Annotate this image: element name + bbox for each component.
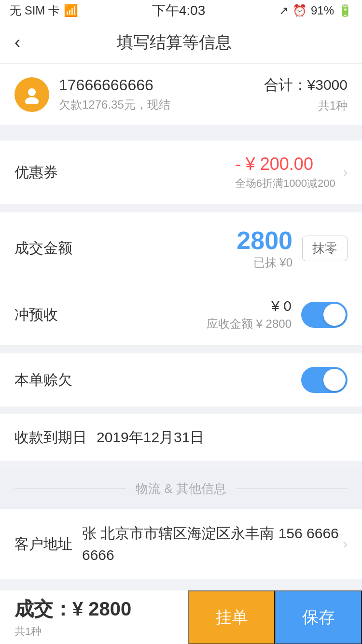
nav-bar: ‹ 填写结算等信息 <box>0 21 362 64</box>
sim-status: 无 SIM 卡 <box>10 3 60 18</box>
due-date-row: 收款到期日 2019年12月31日 <box>0 414 362 461</box>
prepay-amount-area: ¥ 0 应收金额 ¥ 2800 <box>207 298 292 332</box>
section-gap-1 <box>0 133 362 140</box>
footer-deal-value: ¥ 2800 <box>72 598 131 619</box>
due-date-label: 收款到期日 <box>14 428 87 448</box>
customer-left: 17666666666 欠款1276.35元，现结 <box>14 76 170 112</box>
content: 17666666666 欠款1276.35元，现结 合计：¥3000 共1种 优… <box>0 64 362 644</box>
status-left: 无 SIM 卡 📶 <box>10 3 78 18</box>
due-date-value: 2019年12月31日 <box>97 428 204 448</box>
logistics-label: 物流 & 其他信息 <box>136 480 226 497</box>
svg-point-0 <box>28 88 36 96</box>
address-right: 张 北京市市辖区海淀区永丰南 156 6666 6666 › <box>82 522 348 566</box>
coupon-label: 优惠券 <box>14 163 58 182</box>
coupon-right: - ¥ 200.00 全场6折满1000减200 › <box>235 154 348 191</box>
address-value: 张 北京市市辖区海淀区永丰南 156 6666 6666 <box>82 522 339 566</box>
battery-level: 91% <box>311 4 334 17</box>
location-icon: ↗ <box>279 4 289 17</box>
footer-deal-amount: 成交：¥ 2800 <box>14 596 174 622</box>
prepay-row: 冲预收 ¥ 0 应收金额 ¥ 2800 <box>0 284 362 346</box>
prepay-amount: ¥ 0 <box>207 298 292 314</box>
deal-amount-sub: 已抹 ¥0 <box>237 255 292 270</box>
page-title: 填写结算等信息 <box>30 31 319 54</box>
svg-point-1 <box>25 97 39 104</box>
order-count: 共1种 <box>264 98 348 113</box>
customer-card: 17666666666 欠款1276.35元，现结 合计：¥3000 共1种 <box>0 64 362 125</box>
status-right: ↗ ⏰ 91% 🔋 <box>279 4 352 17</box>
deal-amount-label: 成交金额 <box>14 238 72 258</box>
battery-icon: 🔋 <box>338 4 352 17</box>
coupon-chevron-icon: › <box>343 165 348 180</box>
address-chevron-icon: › <box>343 536 348 552</box>
round-zero-button[interactable]: 抹零 <box>302 236 348 261</box>
pending-button[interactable]: 挂单 <box>188 590 275 644</box>
logistics-divider: 物流 & 其他信息 <box>0 469 362 509</box>
alarm-icon: ⏰ <box>292 4 307 17</box>
coupon-desc: 全场6折满1000减200 <box>235 176 335 191</box>
prepay-sub: 应收金额 ¥ 2800 <box>207 316 292 332</box>
prepay-right: ¥ 0 应收金额 ¥ 2800 <box>207 298 348 332</box>
section-gap-4 <box>0 406 362 414</box>
divider-line-right <box>236 489 348 489</box>
status-bar: 无 SIM 卡 📶 下午4:03 ↗ ⏰ 91% 🔋 <box>0 0 362 21</box>
debt-row: 本单赊欠 <box>0 353 362 406</box>
save-button[interactable]: 保存 <box>275 590 362 644</box>
customer-debt: 欠款1276.35元，现结 <box>59 97 170 112</box>
section-gap-5 <box>0 461 362 469</box>
section-gap-3 <box>0 346 362 353</box>
coupon-amount: - ¥ 200.00 <box>235 154 335 174</box>
debt-toggle[interactable] <box>301 367 348 393</box>
customer-right: 合计：¥3000 共1种 <box>264 75 348 113</box>
customer-phone: 17666666666 <box>59 76 170 94</box>
customer-info: 17666666666 欠款1276.35元，现结 <box>59 76 170 112</box>
coupon-row[interactable]: 优惠券 - ¥ 200.00 全场6折满1000减200 › <box>0 140 362 205</box>
footer-deal-label: 成交： <box>14 598 72 619</box>
prepay-toggle[interactable] <box>301 302 348 328</box>
deal-amount-row: 成交金额 2800 已抹 ¥0 抹零 <box>0 212 362 284</box>
wifi-icon: 📶 <box>64 4 78 17</box>
footer: 成交：¥ 2800 共1种 挂单 保存 <box>0 590 362 644</box>
status-time: 下午4:03 <box>152 1 206 20</box>
back-button[interactable]: ‹ <box>14 32 30 53</box>
deal-amount-value: 2800 <box>237 226 292 255</box>
footer-count: 共1种 <box>14 624 174 639</box>
debt-label: 本单赊欠 <box>14 370 72 390</box>
avatar <box>14 77 49 112</box>
address-label: 客户地址 <box>14 534 72 554</box>
deal-amount-right: 2800 已抹 ¥0 抹零 <box>237 226 348 270</box>
footer-info: 成交：¥ 2800 共1种 <box>0 596 188 639</box>
address-row[interactable]: 客户地址 张 北京市市辖区海淀区永丰南 156 6666 6666 › <box>0 509 362 579</box>
divider-line-left <box>14 489 126 489</box>
section-gap-2 <box>0 205 362 212</box>
order-total: 合计：¥3000 <box>264 75 348 95</box>
prepay-label: 冲预收 <box>14 305 58 325</box>
